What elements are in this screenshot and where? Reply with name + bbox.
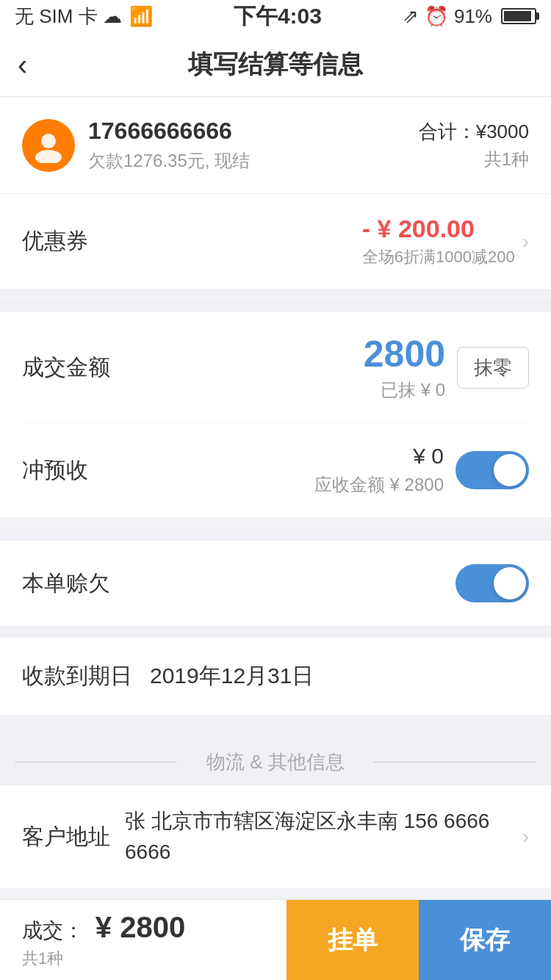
page-title: 填写结算等信息 xyxy=(188,48,363,82)
toggle-knob xyxy=(494,454,526,486)
coupon-label: 优惠券 xyxy=(22,226,88,256)
status-left: 无 SIM 卡 ☁ 📶 xyxy=(15,4,153,29)
coupon-right: - ¥ 200.00 全场6折满1000减200 › xyxy=(362,215,529,268)
svg-point-1 xyxy=(35,150,62,163)
deal-amount-label: 成交金额 xyxy=(22,353,110,383)
customer-card: 17666666666 欠款1276.35元, 现结 合计：¥3000 共1种 … xyxy=(0,97,551,289)
section-divider-1 xyxy=(0,300,551,312)
customer-info-row: 17666666666 欠款1276.35元, 现结 合计：¥3000 共1种 xyxy=(0,97,551,193)
total-count: 共1种 xyxy=(419,148,529,171)
logistics-section-label: 物流 & 其他信息 xyxy=(0,738,551,785)
coupon-discount: - ¥ 200.00 xyxy=(362,215,515,243)
bottom-deal-label: 成交： xyxy=(22,919,84,942)
save-button[interactable]: 保存 xyxy=(419,900,551,981)
svg-point-0 xyxy=(41,134,56,148)
sheqian-label: 本单赊欠 xyxy=(22,569,110,599)
section-line-left xyxy=(15,762,177,763)
coupon-desc: 全场6折满1000减200 xyxy=(362,246,515,268)
chong-yushou-right: ¥ 0 应收金额 ¥ 2800 xyxy=(314,444,529,497)
coupon-row[interactable]: 优惠券 - ¥ 200.00 全场6折满1000减200 › xyxy=(0,193,551,289)
nav-bar: ‹ 填写结算等信息 xyxy=(0,32,551,97)
address-row[interactable]: 客户地址 张 北京市市辖区海淀区永丰南 156 6666 6666 › xyxy=(0,785,551,888)
chong-yushou-row: 冲预收 ¥ 0 应收金额 ¥ 2800 xyxy=(22,423,529,517)
section-line-right xyxy=(374,762,536,763)
duedate-value: 2019年12月31日 xyxy=(150,661,314,691)
battery-icon xyxy=(501,8,536,24)
deal-amount-value: 2800 xyxy=(364,333,445,375)
content: 17666666666 欠款1276.35元, 现结 合计：¥3000 共1种 … xyxy=(0,97,551,980)
avatar xyxy=(22,119,75,172)
customer-debt: 欠款1276.35元, 现结 xyxy=(88,149,250,173)
bottom-summary: 成交： ¥ 2800 共1种 xyxy=(0,911,287,970)
deal-amount-row: 成交金额 2800 已抹 ¥ 0 抹零 xyxy=(22,312,529,423)
sheqian-toggle[interactable] xyxy=(455,564,529,602)
chong-sub: 应收金额 ¥ 2800 xyxy=(314,473,444,497)
bottom-deal-amount: ¥ 2800 xyxy=(96,911,185,943)
deal-amount-right: 2800 已抹 ¥ 0 抹零 xyxy=(364,333,529,402)
bottom-bar: 成交： ¥ 2800 共1种 挂单 保存 xyxy=(0,899,551,980)
round-zero-button[interactable]: 抹零 xyxy=(457,347,529,389)
chong-yushou-label: 冲预收 xyxy=(22,455,88,486)
chevron-right-icon: › xyxy=(522,230,529,253)
section-divider-2 xyxy=(0,529,551,541)
address-chevron-icon: › xyxy=(522,825,529,849)
status-bar: 无 SIM 卡 ☁ 📶 下午4:03 ⇗ ⏰ 91% xyxy=(0,0,551,32)
pending-button[interactable]: 挂单 xyxy=(287,900,419,981)
wifi-icon: 📶 xyxy=(129,5,153,28)
customer-total: 合计：¥3000 共1种 xyxy=(419,119,529,171)
sheqian-toggle-knob xyxy=(494,567,526,599)
address-label: 客户地址 xyxy=(22,822,110,852)
customer-phone: 17666666666 xyxy=(88,118,250,145)
customer-details: 17666666666 欠款1276.35元, 现结 xyxy=(88,118,250,173)
status-right: ⇗ ⏰ 91% xyxy=(403,5,536,28)
back-button[interactable]: ‹ xyxy=(18,50,27,79)
section-divider-3 xyxy=(0,727,551,738)
chong-yushou-toggle[interactable] xyxy=(455,451,529,489)
deal-amount-section: 成交金额 2800 已抹 ¥ 0 抹零 冲预收 ¥ 0 应收金额 ¥ 2800 xyxy=(0,312,551,517)
sim-label: 无 SIM 卡 ☁ xyxy=(15,4,122,29)
duedate-label: 收款到期日 xyxy=(22,661,132,691)
status-time: 下午4:03 xyxy=(234,1,322,32)
alarm-icon: ⏰ xyxy=(425,5,448,28)
logistics-label: 物流 & 其他信息 xyxy=(206,749,345,775)
bottom-deal-row: 成交： ¥ 2800 xyxy=(22,911,264,945)
deal-amount-sub: 已抹 ¥ 0 xyxy=(364,378,445,402)
chong-amount: ¥ 0 xyxy=(413,444,444,468)
bottom-count: 共1种 xyxy=(22,948,264,970)
duedate-row: 收款到期日 2019年12月31日 xyxy=(0,638,551,715)
total-label: 合计：¥3000 xyxy=(419,119,529,145)
sheqian-row: 本单赊欠 xyxy=(0,541,551,626)
location-icon: ⇗ xyxy=(403,5,419,28)
customer-left: 17666666666 欠款1276.35元, 现结 xyxy=(22,118,250,173)
address-value: 张 北京市市辖区海淀区永丰南 156 6666 6666 xyxy=(125,806,522,868)
chong-yushou-toggle-wrap: ¥ 0 应收金额 ¥ 2800 xyxy=(314,444,444,497)
battery-percent: 91% xyxy=(454,5,492,28)
